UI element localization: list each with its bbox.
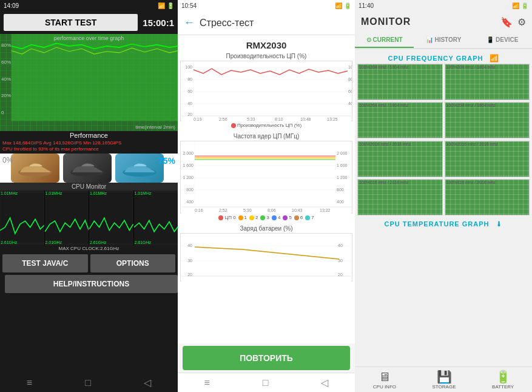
svg-text:100: 100	[348, 65, 352, 69]
cpu-freq-top-4: 1.01MHz	[135, 191, 152, 195]
thermometer-icon: 🌡	[496, 220, 503, 228]
cpu-info-label: CPU INFO	[373, 384, 396, 390]
panel2-back-button[interactable]: ←	[184, 16, 195, 29]
svg-text:800: 800	[337, 188, 344, 192]
cpu-freq-top-1: 1.01MHz	[1, 191, 18, 195]
freq-cell-4: 100%204 mhz / 1804 mhz	[445, 102, 530, 138]
freq-cell-2: 100%204 mhz / 1804 mhz	[445, 64, 530, 100]
battery-icon: 🔋	[496, 370, 511, 384]
battery-label: BATTERY	[492, 384, 514, 390]
cpu-graph-1	[0, 191, 44, 245]
panel1-action-buttons: TEST JAVA/C OPTIONS	[0, 252, 178, 275]
panel3-header: MONITOR 🔖 ⚙	[355, 11, 532, 33]
test-java-button[interactable]: TEST JAVA/C	[2, 254, 88, 272]
freq-cell-8-label: 100%016 mhz / 2016 mhz	[446, 180, 496, 184]
panel2-nav-home[interactable]: □	[263, 377, 269, 388]
cpu-graph-3	[89, 191, 133, 245]
cpu-graph-2	[45, 191, 89, 245]
tab-history[interactable]: 📊 HISTORY	[414, 33, 473, 48]
tab-current[interactable]: ⊙ CURRENT	[355, 33, 414, 48]
nav-battery[interactable]: 🔋 BATTERY	[492, 370, 514, 390]
chart2-container: 2 000 1 600 1 200 800 400 2 000 1 600 1 …	[180, 141, 352, 214]
svg-text:13:25: 13:25	[327, 117, 338, 121]
monitor-title: MONITOR	[361, 16, 411, 27]
help-instructions-button[interactable]: HELP/INSTRUCTIONS	[5, 275, 178, 293]
freq-cell-4-graph	[445, 103, 530, 138]
tab-device-label: DEVICE	[496, 36, 518, 43]
cpu-monitor-cell-4: 1.01MHz 2.61GHz	[134, 191, 178, 245]
freq-grid-top: 100%204 mhz / 1804 mhz 100%204 mhz / 180…	[357, 64, 530, 138]
svg-text:2:56: 2:56	[219, 117, 227, 121]
cpu-freq-bottom-4: 2.61GHz	[135, 240, 152, 245]
start-test-button[interactable]: START TEST	[4, 14, 138, 31]
shoe2-icon	[69, 159, 106, 177]
svg-text:20: 20	[187, 112, 192, 117]
panel3-status-bar: 11:40 📶 🔋	[355, 0, 532, 11]
panel2-status-bar: 10:54 📶 🔋	[178, 0, 355, 11]
chart2-section: Частота ядер ЦП (МГц) 2 000 1 600 1 200 …	[180, 133, 352, 221]
panel2-header: ← Стресс-тест	[178, 11, 355, 35]
nav-home-icon[interactable]: □	[85, 377, 91, 388]
svg-text:0:16: 0:16	[195, 208, 203, 212]
panel2-nav: ≡ □ ◁	[178, 373, 355, 392]
settings-icon[interactable]: ⚙	[517, 16, 526, 28]
chart3-svg: 40 30 20 40 30 20	[181, 234, 352, 282]
ad-shoe3	[115, 154, 164, 183]
svg-text:40: 40	[187, 243, 192, 248]
panel1-time: 14:09	[4, 2, 19, 9]
freq-cell-1-graph	[358, 64, 442, 100]
tab-device-icon: 📱	[487, 36, 496, 43]
options-button[interactable]: OPTIONS	[90, 254, 176, 272]
svg-text:20: 20	[338, 272, 343, 277]
freq-cell-6: 100%2016 mhz / 2016 mhz	[445, 141, 530, 177]
freq-cell-1: 100%204 mhz / 1804 mhz	[357, 64, 443, 100]
perf-throttle: CPU throttled to 93% of its max performa…	[2, 146, 175, 152]
freq-cell-3: 100%204 mhz / 1804 mhz	[357, 102, 443, 138]
panel3-time: 11:40	[359, 2, 374, 9]
tab-device[interactable]: 📱 DEVICE	[473, 33, 532, 48]
shoe1-icon	[17, 159, 53, 177]
nav-menu-icon[interactable]: ≡	[27, 377, 32, 388]
bookmark-icon[interactable]: 🔖	[500, 16, 513, 28]
max-cpu-clock: MAX CPU CLOCK:2.61GHz	[0, 245, 178, 252]
panel2-nav-back[interactable]: ◁	[321, 377, 328, 388]
shoe3-icon	[121, 159, 158, 177]
freq-cell-5-label: 100%2016 mhz / 2016 mhz	[359, 142, 411, 146]
svg-text:1 600: 1 600	[183, 163, 194, 167]
storage-icon: 💾	[437, 370, 452, 384]
nav-back-icon[interactable]: ◁	[144, 377, 151, 388]
freq-cell-5-graph	[358, 141, 442, 177]
svg-rect-7	[89, 192, 133, 243]
panel2-nav-menu[interactable]: ≡	[204, 377, 209, 388]
performance-graph-section: performance over time graph 80% 60% 40% …	[0, 34, 178, 131]
perf-stats: Max 148,684GIPS Avg 143,926GIPS Min 128,…	[0, 140, 178, 154]
nav-storage[interactable]: 💾 STORAGE	[433, 370, 456, 390]
freq-cell-3-label: 100%204 mhz / 1804 mhz	[359, 103, 408, 107]
cpu-freq-top-2: 1.01MHz	[45, 191, 62, 195]
chart1-legend: Производительность ЦП (%)	[180, 121, 352, 129]
svg-text:800: 800	[186, 188, 194, 192]
chart1-section: Производительность ЦП (%) 100 80 60 40	[180, 53, 352, 129]
repeat-button[interactable]: ПОВТОРИТЬ	[183, 346, 350, 370]
svg-text:2 000: 2 000	[183, 151, 194, 155]
panel1-status-bar: 14:09 📶 🔋	[0, 0, 178, 11]
ad-banner: 0% 75%	[0, 154, 178, 183]
panel3-content: CPU FREQUENCY GRAPH 📶 100%204 mhz / 1804…	[355, 49, 532, 367]
panel3: 11:40 📶 🔋 MONITOR 🔖 ⚙ ⊙ CURRENT 📊 HISTOR…	[355, 0, 532, 392]
freq-cell-8: 100%016 mhz / 2016 mhz	[445, 179, 530, 215]
freq-cell-5: 100%2016 mhz / 2016 mhz	[357, 141, 443, 177]
panel3-bottom-nav: 🖥 CPU INFO 💾 STORAGE 🔋 BATTERY	[355, 367, 532, 392]
cpu-monitors-grid: 1.01MHz 2.61GHz 1.01MHz 2.01GHz 1.01MHz …	[0, 191, 178, 245]
svg-text:2 000: 2 000	[337, 151, 348, 155]
timer-display: 15:00:1	[143, 18, 174, 28]
chart1-title: Производительность ЦП (%)	[180, 53, 352, 59]
chart3-container: 40 30 20 40 30 20	[180, 233, 352, 282]
performance-graph-svg	[0, 34, 178, 131]
cpu-monitor-cell-2: 1.01MHz 2.01GHz	[45, 191, 89, 245]
panel1: 14:09 📶 🔋 START TEST 15:00:1 performance…	[0, 0, 178, 392]
svg-text:30: 30	[187, 259, 192, 263]
svg-text:5:30: 5:30	[243, 208, 252, 212]
nav-cpu-info[interactable]: 🖥 CPU INFO	[373, 370, 396, 390]
graph-title: performance over time graph	[0, 35, 178, 41]
chart2-title: Частота ядер ЦП (МГц)	[180, 133, 352, 140]
